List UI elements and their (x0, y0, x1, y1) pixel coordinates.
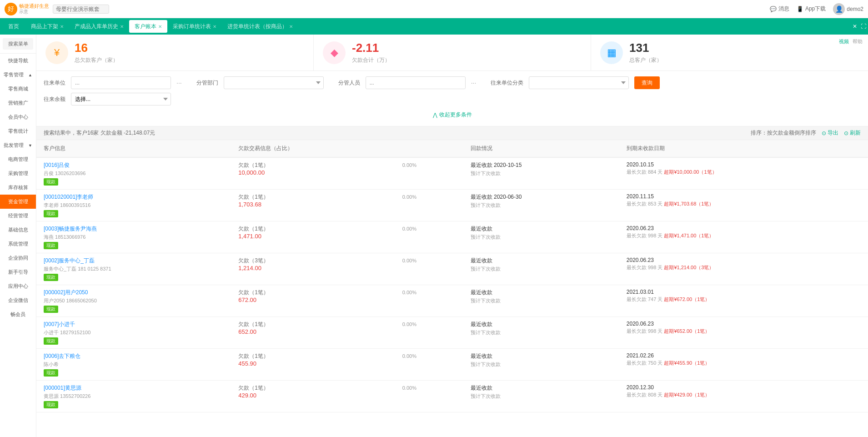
tab-customer-account[interactable]: 客户账本 ✕ (129, 20, 167, 33)
user-menu-btn[interactable]: 👤 demo2 (833, 3, 863, 15)
debt-percent-7: 0.00% (402, 385, 456, 391)
filter-input-manager[interactable] (366, 76, 466, 89)
sidebar-item-inventory[interactable]: 库存核算 (0, 181, 36, 195)
sidebar-item-app-center[interactable]: 应用中心 (0, 279, 36, 293)
sidebar-item-quick-nav[interactable]: 快捷导航 (0, 54, 36, 68)
filter-select-category[interactable] (529, 76, 629, 89)
tab-inbound-stats[interactable]: 进货单统计表（按商品） ✕ (222, 20, 298, 33)
tab-products-close[interactable]: ✕ (60, 24, 64, 29)
customer-name-1[interactable]: [0001020001]李老师 (44, 193, 224, 201)
message-btn[interactable]: 💬 消息 (770, 5, 789, 13)
customer-contact-6: 陈小希 (44, 361, 224, 368)
nav-title: 示意 (19, 9, 49, 15)
customer-name-0[interactable]: [0016]吕俊 (44, 161, 224, 169)
customer-tag-3: 现款 (44, 274, 58, 281)
debt-amount-1[interactable]: 1,703.68 (238, 201, 387, 208)
tab-warehousing-close[interactable]: ✕ (120, 24, 124, 29)
customer-name-5[interactable]: [0007]小进千 (44, 321, 224, 328)
cell-due-date-1: 2020.11.15 最长欠款 853 天 超期¥1,703.68（1笔） (619, 190, 868, 221)
logo-area: 好 畅捷通好生意 示意 (5, 3, 49, 15)
cell-due-date-4: 2021.03.01 最长欠款 747 天 超期¥672.00（1笔） (619, 285, 868, 317)
tab-products[interactable]: 商品上下架 ✕ (25, 20, 69, 33)
cell-repayment-7: 最近收款 预计下次收款 (463, 381, 619, 412)
overdue-amount-4[interactable]: 超期¥672.00（1笔） (664, 296, 710, 302)
sidebar-item-beginner-guide[interactable]: 新手引导 (0, 265, 36, 279)
tab-purchase-stats[interactable]: 采购订单统计表 ✕ (167, 20, 222, 33)
tab-warehousing[interactable]: 产成品入库单历史 ✕ (69, 20, 129, 33)
tab-home[interactable]: 首页 (2, 20, 25, 33)
tab-purchase-close[interactable]: ✕ (213, 24, 216, 29)
search-menu-btn[interactable]: 搜索菜单 (3, 38, 33, 50)
overdue-amount-7[interactable]: 超期¥429.00（1笔） (664, 392, 710, 397)
export-btn[interactable]: ⊙ 导出 (822, 129, 838, 137)
sidebar-item-enterprise-collab[interactable]: 企业协同 (0, 251, 36, 265)
sidebar-item-retail-stats[interactable]: 零售统计 (0, 124, 36, 138)
help-btn[interactable]: 帮助 (853, 38, 863, 45)
table-body: [0016]吕俊 吕俊 13026203696 现款 欠款（1笔） 10,000… (36, 157, 868, 412)
sidebar-item-purchase-mgmt[interactable]: 采购管理 (0, 166, 36, 181)
sidebar-item-members[interactable]: 会员中心 (0, 110, 36, 124)
debt-amount-5[interactable]: 652.00 (238, 328, 387, 335)
customer-name-4[interactable]: [000002]用户2050 (44, 289, 224, 296)
overdue-amount-5[interactable]: 超期¥652.00（1笔） (664, 328, 710, 334)
sidebar-item-member-pro[interactable]: 畅会员 (0, 307, 36, 321)
debt-amount-4[interactable]: 672.00 (238, 296, 387, 303)
debt-percent-0: 0.00% (402, 162, 456, 168)
debt-amount-7[interactable]: 429.00 (238, 392, 387, 399)
refresh-btn[interactable]: ⊙ 刷新 (844, 129, 861, 137)
debt-amount-3[interactable]: 1,214.00 (238, 265, 387, 271)
filter-collapse-btn[interactable]: ⋀ 收起更多条件 (44, 109, 861, 121)
cell-due-date-5: 2020.06.23 最长欠款 998 天 超期¥652.00（1笔） (619, 317, 868, 349)
sidebar-item-ops-mgmt[interactable]: 经营管理 (0, 209, 36, 223)
filter-select-balance[interactable]: 选择... (71, 93, 171, 105)
search-btn[interactable]: 查询 (634, 76, 660, 89)
overdue-amount-2[interactable]: 超期¥1,471.00（1笔） (664, 233, 714, 238)
table-row: [000002]用户2050 用户2050 18665062050 现款 欠款（… (36, 285, 868, 317)
tab-purchase-label: 采购订单统计表 (173, 23, 211, 30)
sidebar-item-basic-info[interactable]: 基础信息 (0, 223, 36, 237)
filter-select-dept[interactable] (224, 76, 324, 89)
debt-total-icon: ◆ (323, 41, 346, 64)
tab-inbound-close[interactable]: ✕ (289, 24, 293, 29)
sidebar-item-label: 企业协同 (2, 255, 34, 261)
cell-customer-info-6: [0006]去下粮仓 陈小希 现款 (36, 349, 231, 381)
debt-amount-2[interactable]: 1,471.00 (238, 233, 387, 240)
overdue-amount-6[interactable]: 超期¥455.90（1笔） (664, 360, 710, 366)
app-download-btn[interactable]: 📱 App下载 (797, 5, 826, 13)
sidebar-item-retail-mgmt[interactable]: 零售管理 ▲ (0, 68, 36, 82)
customer-contact-5: 小进千 18279152100 (44, 329, 224, 336)
avatar: 👤 (833, 3, 845, 15)
tab-customer-close[interactable]: ✕ (158, 24, 162, 29)
window-close-icon[interactable]: ✕ (853, 23, 857, 30)
sidebar-item-marketing[interactable]: 营销推广 (0, 96, 36, 110)
sidebar-item-retail-mall[interactable]: 零售商城 (0, 82, 36, 96)
overdue-amount-1[interactable]: 超期¥1,703.68（1笔） (664, 201, 714, 206)
customer-name-6[interactable]: [0006]去下粮仓 (44, 352, 224, 360)
sort-label[interactable]: 排序：按欠款金额倒序排序 (751, 129, 816, 137)
filter-input-unit[interactable] (71, 76, 171, 89)
sidebar-item-label: 企业微信 (2, 297, 34, 304)
sidebar-item-sys-mgmt[interactable]: 系统管理 (0, 237, 36, 251)
customer-name-2[interactable]: [0003]畅捷服务尹海燕 (44, 225, 224, 233)
window-maximize-icon[interactable]: ⛶ (861, 23, 866, 30)
debt-amount-6[interactable]: 455.90 (238, 360, 387, 367)
filter-label-manager: 分管人员 (338, 79, 360, 87)
sidebar-item-finance-mgmt[interactable]: 资金管理 (0, 195, 36, 209)
customer-contact-4: 用户2050 18665062050 (44, 297, 224, 304)
cell-debt-info-5: 欠款（1笔） 652.00 (231, 317, 395, 349)
overdue-amount-3[interactable]: 超期¥1,214.00（3笔） (664, 265, 714, 270)
debt-amount-0[interactable]: 10,000.00 (238, 169, 387, 176)
overdue-days-3: 最长欠款 998 天 超期¥1,214.00（3笔） (627, 264, 861, 271)
overdue-days-4: 最长欠款 747 天 超期¥672.00（1笔） (627, 296, 861, 303)
debt-percent-1: 0.00% (402, 194, 456, 200)
customer-name-3[interactable]: [0002]服务中心_丁磊 (44, 257, 224, 265)
customer-name-7[interactable]: [000001]黄思源 (44, 384, 224, 392)
filter-label-unit: 往来单位 (44, 79, 65, 87)
overdue-amount-0[interactable]: 超期¥10,000.00（1笔） (664, 169, 717, 175)
sidebar-item-label: 经营管理 (2, 212, 34, 219)
sidebar-item-ecom-mgmt[interactable]: 电商管理 (0, 152, 36, 166)
sidebar-item-wholesale-mgmt[interactable]: 批发管理 ▼ (0, 138, 36, 152)
industry-select[interactable]: 母婴行业演示账套 (53, 5, 109, 14)
sidebar-item-enterprise-wechat[interactable]: 企业微信 (0, 293, 36, 307)
video-btn[interactable]: 视频 (839, 38, 849, 45)
